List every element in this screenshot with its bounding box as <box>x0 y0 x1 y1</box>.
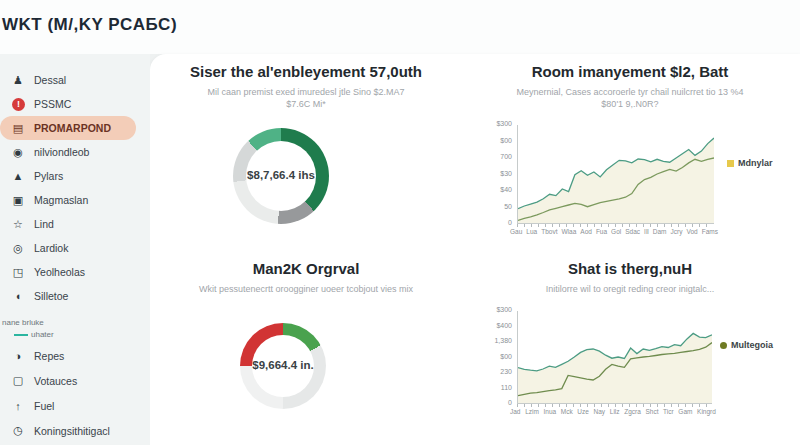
sidebar-mini-legend: uhater <box>14 330 150 339</box>
sidebar-item-lind[interactable]: ☆ Lind <box>0 212 150 236</box>
y-tick-label: 230 <box>500 368 512 375</box>
page-title: WKT (M/,KY PCАБС) <box>2 15 177 35</box>
y-tick-label: $00 <box>500 353 512 360</box>
arrow-up-icon: ↑ <box>10 400 26 412</box>
y-axis-labels: $300$00700$30$40500 <box>482 120 512 226</box>
x-tick-label: Aod <box>580 228 592 235</box>
x-tick-label: Vod <box>687 228 698 235</box>
legend-label: Mdnylar <box>738 158 773 168</box>
line-chart-svg <box>518 311 712 403</box>
x-axis-ticks <box>517 404 711 407</box>
sidebar-item-label: Votauces <box>34 375 77 387</box>
y-tick-label: $00 <box>500 137 512 144</box>
sidebar-item-label: Fuel <box>34 400 54 412</box>
x-tick-label: Mck <box>561 408 573 415</box>
donut1-center-label: $8,7,66.4 ihs <box>225 169 337 181</box>
pie-icon: ◑ <box>10 350 26 362</box>
sidebar-item-label: PROMARPOND <box>34 122 111 134</box>
x-axis-ticks <box>517 224 713 227</box>
sidebar-item-label: Lardiok <box>34 242 68 254</box>
person-icon: ♟ <box>10 74 26 87</box>
document-icon: ▤ <box>10 122 26 135</box>
sidebar-item-label: Dessal <box>34 74 66 86</box>
x-tick-label: Dam <box>653 228 667 235</box>
sidebar-item-nilviondleob[interactable]: ◉ nilviondleob <box>0 140 150 164</box>
sidebar-item-label: Silletoe <box>34 290 68 302</box>
panel4-subtitle: Initilorre wil to oregit reding creor in… <box>470 284 790 294</box>
panel2-subtitle: Meynernial, Cases accoroerle tyr chail n… <box>470 87 790 97</box>
panel1-subtitle: Mil caan premist exed imuredesl jtle Sin… <box>160 87 452 97</box>
x-tick-label: Lua <box>526 228 537 235</box>
alert-icon: ! <box>12 98 25 111</box>
sidebar-item-promarpond[interactable]: ▤ PROMARPOND <box>0 116 136 140</box>
x-tick-label: Lilz <box>610 408 620 415</box>
x-tick-label: Gam <box>678 408 692 415</box>
donut2-center-label: $9,664.4 in. <box>232 359 334 371</box>
sidebar-bottom-group: ◑ Repes ▢ Votauces ↑ Fuel ◷ Koningsithit… <box>0 343 150 443</box>
legend-1: Mdnylar <box>727 158 773 168</box>
y-tick-label: 110 <box>501 384 512 391</box>
x-tick-label: Shct <box>645 408 658 415</box>
sidebar-item-label: Magmaslan <box>34 194 88 206</box>
panel2-title: Room imanyement $l2, Batt <box>470 63 790 80</box>
legend-2: Multegoia <box>720 340 773 350</box>
sidebar-item-fuel[interactable]: ↑ Fuel <box>0 393 150 418</box>
x-tick-label: Inua <box>544 408 557 415</box>
x-axis-labels: JadLzimInuaMckUzeNayLilzZgcraShctTicrGam… <box>510 408 716 415</box>
page-icon: ◳ <box>10 266 26 279</box>
y-axis-labels: $300$4001,380$002301100 <box>480 306 512 406</box>
sidebar-item-repes[interactable]: ◑ Repes <box>0 343 150 368</box>
sidebar-item-pylars[interactable]: ▲ Pylars <box>0 164 150 188</box>
globe-icon: ◉ <box>10 146 26 159</box>
x-tick-label: Jad <box>510 408 520 415</box>
legend-swatch-icon <box>720 342 727 349</box>
sidebar-item-magmaslan[interactable]: ▣ Magmaslan <box>0 188 150 212</box>
header-bar: WKT (M/,KY PCАБС) <box>0 0 800 54</box>
x-tick-label: Tbovt <box>541 228 557 235</box>
sidebar-item-label: Lind <box>34 218 54 230</box>
send-icon: ◖ <box>10 290 26 302</box>
legend-label: Multegoia <box>731 340 773 350</box>
x-tick-label: Fams <box>702 228 718 235</box>
line-chart-svg <box>518 125 714 223</box>
sidebar-item-label: Koningsithitigacl <box>34 425 110 437</box>
teal-dash-icon <box>14 334 28 336</box>
x-tick-label: Gau <box>510 228 522 235</box>
line-chart-1 <box>517 125 714 224</box>
x-tick-label: Lzim <box>525 408 539 415</box>
panel3-subtitle: Wkit pessutenecrtt oroogginer uoeer tcob… <box>160 284 452 294</box>
x-tick-label: Ill <box>644 228 649 235</box>
y-tick-label: $30 <box>500 170 512 177</box>
y-tick-label: 50 <box>504 203 512 210</box>
sidebar-section-label: nane brluke <box>2 318 150 327</box>
star-icon: ☆ <box>10 218 26 231</box>
triangle-icon: ▲ <box>10 170 26 182</box>
sidebar-item-label: nilviondleob <box>34 146 89 158</box>
x-tick-label: Kingrd <box>697 408 716 415</box>
sidebar-item-silletoe[interactable]: ◖ Silletoe <box>0 284 150 308</box>
x-axis-labels: GauLuaTbovtWlaaAodFuaGolSdacIllDamJcryVo… <box>510 228 718 235</box>
sidebar-item-label: Repes <box>34 350 64 362</box>
x-tick-label: Jcry <box>671 228 683 235</box>
sidebar-item-dessal[interactable]: ♟ Dessal <box>0 68 150 92</box>
y-tick-label: 0 <box>508 219 512 226</box>
sidebar-item-yeolheolas[interactable]: ◳ Yeolheolas <box>0 260 150 284</box>
y-tick-label: $400 <box>496 322 512 329</box>
sidebar-item-koningsithitigacl[interactable]: ◷ Koningsithitigacl <box>0 418 150 443</box>
sidebar-item-pssmc[interactable]: ! PSSMC <box>0 92 150 116</box>
legend-swatch-icon <box>727 160 734 167</box>
y-tick-label: 700 <box>500 153 512 160</box>
x-tick-label: Zgcra <box>624 408 641 415</box>
sidebar-item-label: PSSMC <box>34 98 71 110</box>
panel3-title: Man2K Orgrval <box>160 260 452 277</box>
x-tick-label: Nay <box>594 408 606 415</box>
archive-icon: ▢ <box>10 374 26 387</box>
x-tick-label: Sdac <box>625 228 640 235</box>
sidebar: ♟ Dessal ! PSSMC ▤ PROMARPOND ◉ nilviond… <box>0 54 150 445</box>
panel4-title: Shat is therg,nuH <box>470 260 790 277</box>
y-tick-label: $40 <box>500 186 512 193</box>
sidebar-item-lardiok[interactable]: ◎ Lardiok <box>0 236 150 260</box>
sidebar-item-label: Pylars <box>34 170 63 182</box>
sidebar-item-votauces[interactable]: ▢ Votauces <box>0 368 150 393</box>
panel2-subtitle2: $80'1 9,.N0R? <box>470 99 790 109</box>
